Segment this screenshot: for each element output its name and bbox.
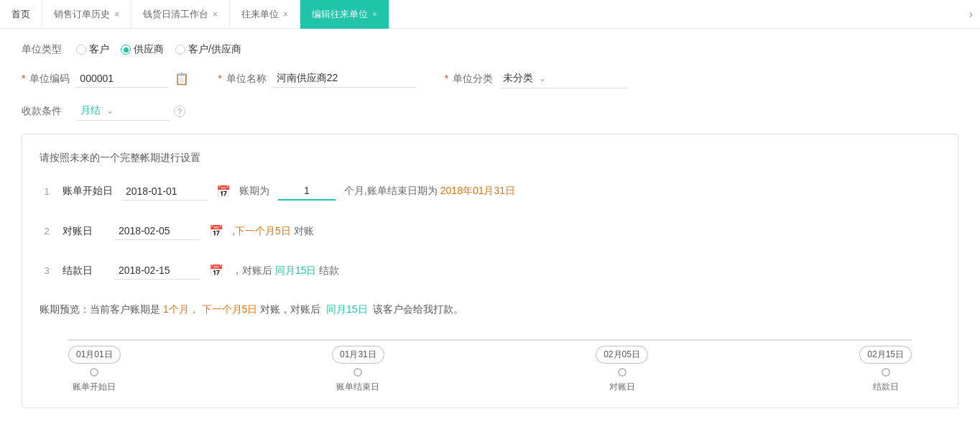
- timeline-label-1: 账单结束日: [336, 381, 379, 393]
- timeline-point-0: 01月01日账单开始日: [68, 346, 121, 393]
- timeline-label-2: 对账日: [609, 381, 635, 393]
- preview-text: 账期预览：当前客户账期是 1个月， 下一个月5日 对账，对账后 同月15日 该客…: [40, 301, 940, 317]
- period-label-2: 对账日: [63, 225, 106, 238]
- period-num-2: 2: [40, 226, 54, 236]
- close-tab-sales-history[interactable]: ×: [114, 9, 119, 19]
- timeline-dots: 01月01日账单开始日01月31日账单结束日02月05日对账日02月15日结款日: [40, 346, 940, 393]
- unit-code-icon[interactable]: 📋: [175, 72, 189, 86]
- radio-customer[interactable]: 客户: [76, 43, 109, 56]
- radio-supplier[interactable]: 供应商: [121, 43, 164, 56]
- radio-customer-supplier-circle: [175, 45, 185, 55]
- tab-cash-work[interactable]: 钱货日清工作台 ×: [131, 0, 230, 29]
- period-row-3: 3 结款日 📅 ，对账后 同月15日 结款: [40, 262, 940, 280]
- unit-code-input[interactable]: [75, 70, 169, 88]
- period-label-3: 结款日: [63, 264, 106, 277]
- radio-customer-supplier[interactable]: 客户/供应商: [175, 43, 241, 56]
- timeline-badge-0: 01月01日: [68, 346, 121, 364]
- preview-settle: 同月15日: [326, 303, 368, 315]
- unit-name-input[interactable]: [272, 70, 416, 88]
- tab-home[interactable]: 首页: [0, 0, 42, 29]
- timeline: 01月01日账单开始日01月31日账单结束日02月05日对账日02月15日结款日: [40, 331, 940, 393]
- reconcile-suffix: ,下一个月5日 对账: [232, 225, 314, 238]
- timeline-label-0: 账单开始日: [73, 381, 116, 393]
- settle-date-calendar-icon[interactable]: 📅: [209, 264, 223, 277]
- next-month-label: 下一个月5日: [235, 225, 291, 236]
- settle-date-input[interactable]: [114, 262, 200, 280]
- payment-terms-dropdown-container: 月结 ⌄ ?: [76, 101, 185, 121]
- settle-suffix: ，对账后 同月15日 结款: [232, 264, 339, 277]
- radio-supplier-circle: [121, 45, 131, 55]
- reconcile-date-input[interactable]: [114, 222, 200, 240]
- timeline-point-2: 02月05日对账日: [596, 346, 648, 393]
- start-date-calendar-icon[interactable]: 📅: [216, 185, 231, 198]
- period-num-1: 1: [40, 186, 54, 197]
- unit-type-label: 单位类型: [22, 43, 62, 56]
- months-suffix: 个月,账单结束日期为 2018年01月31日: [344, 185, 515, 198]
- tabs-more-arrow[interactable]: ›: [962, 8, 980, 21]
- tabs-bar: 首页 销售订单历史 × 钱货日清工作台 × 往来单位 × 编辑往来单位 × ›: [0, 0, 980, 29]
- tab-partner-unit[interactable]: 往来单位 ×: [230, 0, 300, 29]
- preview-months: 1个月，: [163, 303, 199, 315]
- settings-panel: 请按照未来的一个完整帐期进行设置 1 账单开始日 📅 账期为 个月,账单结束日期…: [22, 134, 958, 408]
- timeline-badge-2: 02月05日: [596, 346, 648, 364]
- unit-type-radio-group: 客户 供应商 客户/供应商: [76, 43, 241, 56]
- timeline-dot-0: [90, 368, 98, 377]
- period-num-3: 3: [40, 265, 54, 276]
- timeline-label-3: 结款日: [873, 381, 899, 393]
- category-dropdown-arrow: ⌄: [539, 73, 546, 83]
- unit-category-group: * 单位分类 未分类 ⌄: [445, 69, 628, 88]
- preview-next: 下一个月5日: [202, 303, 258, 315]
- main-content: 单位类型 客户 供应商 客户/供应商 * 单位编码 📋: [0, 29, 980, 437]
- end-date-display: 2018年01月31日: [440, 185, 515, 196]
- unit-name-group: * 单位名称: [218, 70, 415, 88]
- panel-title: 请按照未来的一个完整帐期进行设置: [40, 152, 940, 165]
- unit-code-label: * 单位编码: [22, 73, 70, 86]
- radio-customer-circle: [76, 45, 86, 55]
- tab-edit-partner[interactable]: 编辑往来单位 ×: [300, 0, 389, 29]
- close-tab-cash-work[interactable]: ×: [213, 9, 218, 19]
- timeline-badge-3: 02月15日: [859, 346, 912, 364]
- period-label-1: 账单开始日: [63, 185, 113, 198]
- start-date-input[interactable]: [121, 183, 208, 201]
- period-for-label: 账期为: [239, 185, 269, 198]
- timeline-point-1: 01月31日账单结束日: [332, 346, 384, 393]
- payment-terms-dropdown[interactable]: 月结 ⌄: [76, 101, 170, 121]
- period-row-1: 1 账单开始日 📅 账期为 个月,账单结束日期为 2018年01月31日: [40, 182, 940, 201]
- unit-code-group: * 单位编码 📋: [22, 70, 189, 88]
- unit-info-row: * 单位编码 📋 * 单位名称 * 单位分类 未分类 ⌄: [22, 69, 958, 88]
- payment-help-icon[interactable]: ?: [174, 106, 185, 117]
- timeline-point-3: 02月15日结款日: [859, 346, 912, 393]
- timeline-dot-2: [618, 368, 627, 377]
- timeline-dot-1: [353, 368, 362, 377]
- close-tab-edit-partner[interactable]: ×: [372, 9, 377, 19]
- period-row-2: 2 对账日 📅 ,下一个月5日 对账: [40, 222, 940, 240]
- tab-sales-history[interactable]: 销售订单历史 ×: [42, 0, 131, 29]
- unit-category-dropdown[interactable]: 未分类 ⌄: [499, 69, 628, 88]
- payment-dropdown-arrow: ⌄: [106, 106, 114, 116]
- close-tab-partner-unit[interactable]: ×: [283, 9, 288, 19]
- timeline-dot-3: [882, 368, 890, 377]
- unit-name-label: * 单位名称: [218, 73, 266, 86]
- unit-type-row: 单位类型 客户 供应商 客户/供应商: [22, 43, 958, 56]
- months-input[interactable]: [278, 182, 336, 201]
- same-month-label: 同月15日: [275, 264, 317, 276]
- reconcile-date-calendar-icon[interactable]: 📅: [209, 224, 223, 238]
- timeline-line: [68, 339, 912, 341]
- payment-terms-row: 收款条件 月结 ⌄ ?: [22, 101, 958, 121]
- payment-terms-label: 收款条件: [22, 105, 62, 118]
- unit-category-label: * 单位分类: [445, 73, 493, 86]
- timeline-badge-1: 01月31日: [332, 346, 384, 364]
